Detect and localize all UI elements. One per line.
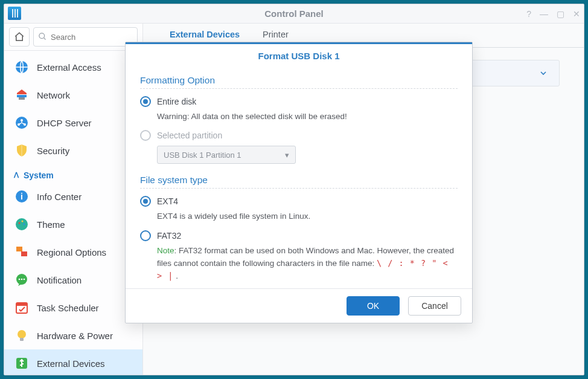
svg-point-14 — [24, 224, 25, 225]
svg-point-11 — [16, 218, 28, 230]
app-icon — [8, 7, 21, 20]
radio-label: EXT4 — [157, 196, 178, 206]
partition-dropdown: USB Disk 1 Partition 1 ▾ — [157, 146, 296, 164]
network-icon — [14, 87, 30, 103]
calendar-icon — [14, 300, 30, 316]
dropdown-value: USB Disk 1 Partition 1 — [164, 149, 241, 161]
radio-label: Selected partition — [157, 131, 222, 140]
sidebar-item-label: External Devices — [37, 358, 105, 369]
sidebar-item-label: External Access — [37, 62, 101, 73]
svg-line-1 — [43, 37, 45, 39]
sidebar-item-regional[interactable]: Regional Options — [4, 238, 142, 266]
svg-text:i: i — [21, 192, 23, 201]
device-icon — [14, 355, 30, 371]
sidebar-item-label: Security — [37, 146, 69, 156]
sidebar-item-label: Theme — [37, 219, 65, 230]
maximize-icon[interactable]: ▢ — [557, 9, 564, 19]
sidebar-item-external-access[interactable]: External Access — [4, 53, 142, 81]
palette-icon — [14, 216, 30, 232]
svg-rect-3 — [17, 95, 27, 97]
search-input[interactable] — [33, 27, 138, 47]
dhcp-icon — [14, 115, 30, 131]
radio-icon — [140, 196, 151, 207]
entire-disk-warning: Warning: All data on the selected disk w… — [157, 111, 458, 123]
fat32-description: Note: FAT32 format can be used on both W… — [157, 245, 458, 283]
sidebar-item-label: DHCP Server — [37, 118, 92, 128]
radio-fat32[interactable]: FAT32 — [140, 230, 458, 241]
radio-icon — [140, 130, 151, 141]
close-icon[interactable]: ✕ — [573, 9, 580, 19]
search-icon — [38, 32, 47, 41]
chevron-down-icon — [538, 68, 548, 78]
ok-button[interactable]: OK — [347, 296, 400, 316]
svg-rect-22 — [16, 303, 27, 306]
format-dialog: Format USB Disk 1 Formatting Option Enti… — [125, 42, 473, 323]
titlebar: Control Panel ? — ▢ ✕ — [4, 4, 584, 24]
control-panel-window: Control Panel ? — ▢ ✕ — [4, 4, 584, 375]
sidebar-item-network[interactable]: Network — [4, 81, 142, 109]
sidebar-item-label: Regional Options — [37, 247, 106, 258]
sidebar-item-label: Notification — [37, 275, 81, 285]
svg-point-13 — [22, 221, 24, 222]
ext4-description: EXT4 is a widely used file system in Lin… — [157, 210, 458, 222]
note-label: Note — [157, 246, 174, 255]
sidebar-item-notification[interactable]: Notification — [4, 266, 142, 294]
chevron-down-icon: ▾ — [285, 149, 289, 161]
shield-icon — [14, 143, 30, 158]
radio-ext4[interactable]: EXT4 — [140, 196, 458, 207]
sidebar-item-label: Task Scheduler — [37, 303, 99, 313]
svg-point-18 — [19, 279, 21, 280]
radio-icon — [140, 96, 151, 107]
sidebar-item-hardware-power[interactable]: Hardware & Power — [4, 322, 142, 349]
sidebar-item-external-devices[interactable]: External Devices — [4, 349, 142, 375]
sidebar-item-task-scheduler[interactable]: Task Scheduler — [4, 294, 142, 322]
sidebar-item-label: Network — [37, 90, 70, 100]
sidebar-item-security[interactable]: Security — [4, 137, 142, 164]
svg-point-23 — [18, 330, 26, 339]
svg-rect-24 — [20, 338, 24, 341]
svg-rect-4 — [19, 97, 25, 100]
flags-icon — [14, 244, 30, 260]
sidebar-item-label: Hardware & Power — [37, 331, 113, 341]
home-button[interactable] — [9, 27, 30, 47]
globe-icon — [14, 59, 30, 75]
chevron-up-icon: ᐱ — [14, 171, 19, 180]
svg-point-6 — [21, 119, 23, 121]
sidebar-item-dhcp[interactable]: DHCP Server — [4, 109, 142, 137]
svg-point-12 — [19, 222, 21, 224]
help-icon[interactable]: ? — [526, 9, 531, 19]
window-title: Control Panel — [264, 8, 324, 19]
svg-rect-16 — [21, 251, 27, 256]
sidebar-item-info-center[interactable]: i Info Center — [4, 183, 142, 210]
svg-point-20 — [24, 279, 25, 280]
radio-icon — [140, 230, 151, 241]
sidebar-item-label: Info Center — [37, 192, 81, 202]
radio-entire-disk[interactable]: Entire disk — [140, 96, 458, 107]
info-icon: i — [14, 189, 30, 204]
sidebar: External Access Network DHCP Server Secu… — [4, 24, 143, 375]
minimize-icon[interactable]: — — [540, 9, 548, 19]
dialog-title: Format USB Disk 1 — [126, 42, 472, 66]
sidebar-item-theme[interactable]: Theme — [4, 210, 142, 238]
section-formatting-option: Formatting Option — [140, 75, 458, 86]
chat-icon — [14, 272, 30, 288]
sidebar-section-label: System — [24, 170, 54, 180]
radio-label: Entire disk — [157, 97, 196, 106]
radio-label: FAT32 — [157, 231, 181, 241]
sidebar-section-system[interactable]: ᐱ System — [4, 164, 142, 183]
cancel-button[interactable]: Cancel — [408, 296, 461, 316]
svg-point-19 — [21, 279, 23, 280]
svg-point-0 — [39, 33, 45, 39]
bulb-icon — [14, 328, 30, 343]
section-file-system: File system type — [140, 175, 458, 186]
radio-selected-partition: Selected partition — [140, 130, 458, 141]
svg-rect-15 — [16, 247, 22, 251]
